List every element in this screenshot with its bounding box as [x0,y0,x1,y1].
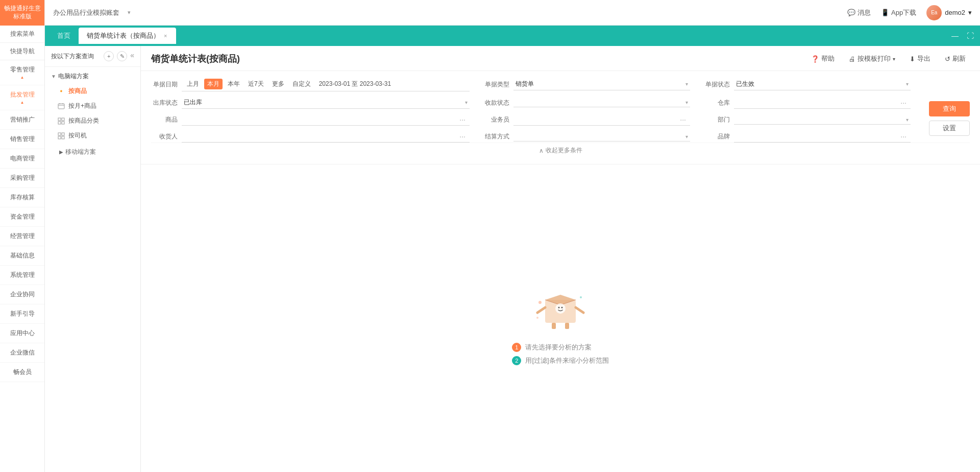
message-btn[interactable]: 💬 消息 [847,8,871,17]
filter-form: 单据日期 上月 本月 本年 近7天 更多 自定义 2023-03-01 至 20… [141,71,980,164]
consignee-dots[interactable]: ··· [457,132,468,140]
sidebar-item-wholesale[interactable]: 批发管理 [0,85,44,110]
product-input[interactable] [184,116,457,123]
department-select[interactable]: ▾ [734,115,911,125]
date-btn-custom[interactable]: 自定义 [289,79,314,89]
header-right: 💬 消息 📱 App下载 Ea demo2 ▾ [847,5,972,20]
export-btn[interactable]: ⬇ 导出 [905,52,935,65]
payment-select[interactable]: ▾ [513,132,690,141]
date-btn-last-month[interactable]: 上月 [184,79,202,89]
user-area[interactable]: Ea demo2 ▾ [926,5,972,20]
outstatus-arrow-icon: ▾ [465,100,468,105]
sidebar-item-enterprise[interactable]: 企业协同 [0,285,44,304]
filter-item-by-product[interactable]: 🔸 按商品 [45,84,140,99]
refresh-btn[interactable]: ↺ 刷新 [941,52,970,65]
filter-edit-btn[interactable]: ✎ [117,51,127,61]
sidebar-item-purchase[interactable]: 采购管理 [0,169,44,188]
brand-dots[interactable]: ··· [898,132,909,140]
date-btn-more[interactable]: 更多 [269,79,287,89]
salesman-input[interactable] [516,116,678,123]
filter-item-by-category[interactable]: 按商品分类 [45,113,140,128]
calendar-icon [57,102,65,110]
filter-group-pc-header[interactable]: ▼ 电脑端方案 [45,69,140,84]
filter-add-btn[interactable]: + [104,51,114,61]
settings-button[interactable]: 设置 [929,121,970,136]
svg-rect-8 [58,133,61,135]
brand-label: 品牌 [698,132,734,141]
doctype-value: 销货单 [516,80,685,88]
sidebar-item-inventory[interactable]: 库存核算 [0,188,44,207]
warehouse-dots[interactable]: ··· [898,99,909,107]
receiptstatus-label: 收款状态 [478,99,513,107]
date-filter: 上月 本月 本年 近7天 更多 自定义 [184,79,314,89]
sidebar-item-ecommerce[interactable]: 电商管理 [0,149,44,169]
sidebar-item-management[interactable]: 经营管理 [0,227,44,246]
filter-row-3: 商品 ··· 业务员 ··· 部门 [151,114,970,126]
date-btn-7days[interactable]: 近7天 [245,79,267,89]
svg-point-25 [536,317,538,319]
date-label: 单据日期 [151,80,182,89]
filter-collapse-btn[interactable]: « [130,51,134,61]
outstatus-select[interactable]: 已出库 ▾ [182,97,470,109]
brand-input[interactable] [736,133,898,140]
salesman-input-wrap[interactable]: ··· [513,114,690,126]
tab-close-btn[interactable]: × [163,32,168,40]
product-input-wrap[interactable]: ··· [182,114,470,126]
consignee-input-wrap[interactable]: ··· [182,131,470,143]
date-btn-this-year[interactable]: 本年 [225,79,243,89]
filter-department-field: 部门 ▾ [698,115,911,125]
svg-point-24 [580,296,582,298]
consignee-input[interactable] [184,133,457,140]
sidebar-item-wechat[interactable]: 企业微信 [0,343,44,363]
docstatus-select[interactable]: 已生效 ▾ [734,78,911,90]
warehouse-input[interactable] [736,99,898,106]
tab-fullscreen-btn[interactable]: ⛶ [965,30,976,42]
header-dropdown-arrow[interactable]: ▾ [128,9,131,16]
sidebar-item-basic[interactable]: 基础信息 [0,246,44,266]
empty-step-1: 1 请先选择要分析的方案 [512,343,608,352]
sidebar-item-sales[interactable]: 销售管理 [0,130,44,149]
print-btn[interactable]: 🖨 按模板打印 ▾ [845,52,899,65]
sidebar-item-marketing[interactable]: 营销推广 [0,110,44,130]
help-btn[interactable]: ❓ 帮助 [807,52,839,65]
filter-item-by-driver[interactable]: 按司机 [45,128,140,143]
sidebar-item-system[interactable]: 系统管理 [0,266,44,285]
query-button[interactable]: 查询 [929,101,970,116]
filter-date-field: 单据日期 上月 本月 本年 近7天 更多 自定义 2023-03-01 至 20… [151,77,470,91]
sidebar-quick[interactable]: 快捷导航 [0,43,44,60]
svg-rect-9 [62,133,64,135]
salesman-dots[interactable]: ··· [678,115,688,124]
filter-doctype-field: 单据类型 销货单 ▾ [478,78,690,90]
tab-bar: 首页 销货单统计表（按商品） × — ⛶ [45,26,980,46]
mobile-icon: 📱 [881,9,889,16]
app-download-btn[interactable]: 📱 App下载 [881,8,916,17]
brand-input-wrap[interactable]: ··· [734,131,911,143]
collapse-bar[interactable]: ∧ 收起更多条件 [151,143,970,158]
filter-sidebar-header: 按以下方案查询 + ✎ « [45,46,140,67]
tab-sales-stats[interactable]: 销货单统计表（按商品） × [79,28,176,44]
receiptstatus-select[interactable]: ▾ [513,98,690,107]
filter-group-mobile-header[interactable]: ▶ 移动端方案 [49,145,140,159]
product-dots[interactable]: ··· [457,115,468,124]
doctype-select[interactable]: 销货单 ▾ [513,78,690,90]
sidebar-item-member[interactable]: 畅会员 [0,363,44,382]
filter-item-by-month-product[interactable]: 按月+商品 [45,99,140,113]
date-btn-this-month[interactable]: 本月 [204,79,223,89]
tab-minimize-btn[interactable]: — [949,30,961,42]
warehouse-input-wrap[interactable]: ··· [734,97,911,109]
page-actions: ❓ 帮助 🖨 按模板打印 ▾ ⬇ 导出 ↺ 刷新 [807,52,970,65]
message-icon: 💬 [847,9,855,16]
sidebar-search[interactable]: 搜索菜单 [0,26,44,43]
step-2-num: 2 [512,356,521,365]
tab-home[interactable]: 首页 [49,28,79,44]
svg-rect-11 [62,136,64,139]
svg-point-18 [561,306,563,308]
sidebar-item-finance[interactable]: 资金管理 [0,207,44,227]
page-title: 销货单统计表(按商品) [151,53,240,65]
sidebar-item-guide[interactable]: 新手引导 [0,304,44,324]
sidebar-item-retail[interactable]: 零售管理 [0,60,44,85]
filter-row-1: 单据日期 上月 本月 本年 近7天 更多 自定义 2023-03-01 至 20… [151,77,970,91]
sidebar-item-appstore[interactable]: 应用中心 [0,324,44,343]
logo[interactable]: 畅捷通好生意 标准版 [0,0,44,26]
doctype-arrow-icon: ▾ [685,81,688,87]
